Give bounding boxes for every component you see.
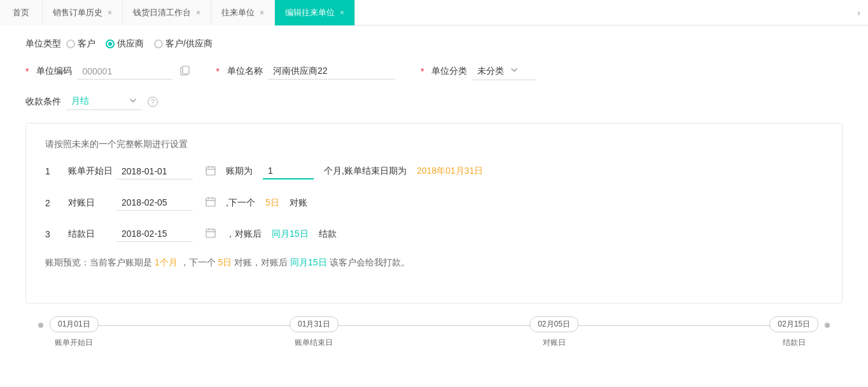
main-content: 单位类型 客户 供应商 客户/供应商 * 单位编码 xyxy=(0,25,868,387)
tab-expand-button[interactable]: › xyxy=(850,0,868,25)
node-label-2: 账单结束日 xyxy=(295,337,333,348)
copy-icon[interactable] xyxy=(180,66,190,78)
radio-both[interactable]: 客户/供应商 xyxy=(154,38,213,50)
calendar-icon-1[interactable] xyxy=(206,165,216,178)
chevron-right-icon: › xyxy=(857,8,860,18)
unit-type-radio-group: 客户 供应商 客户/供应商 xyxy=(66,38,213,50)
radio-customer[interactable]: 客户 xyxy=(66,38,95,50)
start-date-input[interactable] xyxy=(116,164,193,179)
radio-supplier-label: 供应商 xyxy=(117,38,144,50)
radio-both-label: 客户/供应商 xyxy=(165,38,213,50)
calendar-icon-2[interactable] xyxy=(206,197,216,209)
row-number-2: 2 xyxy=(45,198,58,208)
payment-date-input[interactable] xyxy=(116,226,193,242)
unit-code-group: * 单位编码 xyxy=(25,64,190,80)
timeline-node-2: 01月31日 账单结束日 xyxy=(290,316,339,348)
unit-info-row: * 单位编码 * 单位名称 * 单位分类 未分类 xyxy=(25,62,843,80)
reconcile-suffix-orange: 5日 xyxy=(265,197,279,209)
preview-orange2: 5日 xyxy=(218,257,232,267)
preview-prefix: 账期预览：当前客户账期是 xyxy=(45,257,152,267)
timeline-area: 01月01日 账单开始日 01月31日 账单结束日 02月05日 对账日 02月… xyxy=(25,316,843,348)
help-icon[interactable]: ? xyxy=(148,97,158,107)
tab-sales-order-history[interactable]: 销售订单历史 × xyxy=(43,0,123,25)
tab-close-icon[interactable]: × xyxy=(260,8,264,17)
payment-condition-group: 收款条件 月结 ? xyxy=(25,93,158,110)
setting-row-3: 3 结款日 ，对账后 同月15日 结款 xyxy=(45,226,823,242)
setting-box: 请按照未来的一个完整帐期进行设置 1 账单开始日 账期为 个月,账单结束日期为 … xyxy=(25,123,843,304)
tab-label: 往来单位 xyxy=(221,7,255,18)
row-label-2: 对账日 xyxy=(68,197,106,209)
setting-row-2: 2 对账日 ,下一个 5日 对账 xyxy=(45,195,823,211)
radio-circle-customer xyxy=(66,39,75,48)
unit-name-label: 单位名称 xyxy=(227,66,263,77)
period-input[interactable] xyxy=(263,163,314,179)
tab-close-icon[interactable]: × xyxy=(108,8,112,17)
period-label: 账期为 xyxy=(226,165,253,177)
unit-category-group: * 单位分类 未分类 xyxy=(421,62,536,80)
unit-type-group: 单位类型 客户 供应商 客户/供应商 xyxy=(25,38,213,50)
node-label-1: 账单开始日 xyxy=(55,337,93,348)
calendar-icon-3[interactable] xyxy=(206,228,216,240)
unit-name-group: * 单位名称 xyxy=(216,64,395,80)
unit-category-value: 未分类 xyxy=(477,66,504,77)
preview-middle2: 对账，对账后 xyxy=(234,257,288,267)
payment-condition-value: 月结 xyxy=(71,95,123,107)
row-label-1: 账单开始日 xyxy=(68,165,106,177)
timeline-node-4: 02月15日 结款日 xyxy=(769,316,818,348)
payment-suffix-teal: 同月15日 xyxy=(272,229,309,240)
unit-category-select[interactable]: 未分类 xyxy=(472,62,536,80)
reconcile-suffix-after: 对账 xyxy=(290,197,307,209)
node-bubble-3: 02月05日 xyxy=(529,316,578,332)
row-number-3: 3 xyxy=(45,229,58,239)
timeline-node-3: 02月05日 对账日 xyxy=(529,316,578,348)
tab-home-label: 首页 xyxy=(13,7,29,18)
unit-type-row: 单位类型 客户 供应商 客户/供应商 xyxy=(25,38,843,50)
payment-suffix-after: 结款 xyxy=(319,229,337,240)
preview-middle1: ，下一个 xyxy=(180,257,216,267)
preview-text: 账期预览：当前客户账期是 1个月 ，下一个 5日 对账，对账后 同月15日 该客… xyxy=(45,257,823,269)
period-unit: 个月,账单结束日期为 xyxy=(324,165,407,177)
tab-home[interactable]: 首页 xyxy=(0,0,43,25)
svg-rect-10 xyxy=(206,229,215,237)
tab-bar: 首页 销售订单历史 × 钱货日清工作台 × 往来单位 × 编辑往来单位 × › xyxy=(0,0,868,25)
timeline-start-dot xyxy=(38,323,43,328)
node-label-3: 对账日 xyxy=(543,337,566,348)
unit-code-label: 单位编码 xyxy=(36,66,72,77)
radio-circle-supplier xyxy=(106,39,115,48)
unit-name-input[interactable] xyxy=(268,64,395,80)
svg-rect-1 xyxy=(183,66,189,74)
tab-label: 钱货日清工作台 xyxy=(133,7,191,18)
tab-partner[interactable]: 往来单位 × xyxy=(211,0,275,25)
unit-code-input[interactable] xyxy=(77,64,172,80)
payment-condition-select[interactable]: 月结 xyxy=(66,93,143,110)
tab-label: 编辑往来单位 xyxy=(285,7,335,18)
svg-rect-2 xyxy=(206,167,215,175)
reconcile-suffix-before: ,下一个 xyxy=(226,197,255,209)
node-bubble-1: 01月01日 xyxy=(50,316,99,332)
tab-cash-work[interactable]: 钱货日清工作台 × xyxy=(123,0,211,25)
svg-rect-6 xyxy=(206,198,215,206)
tab-close-icon[interactable]: × xyxy=(340,8,344,17)
timeline-node-1: 01月01日 账单开始日 xyxy=(50,316,99,348)
payment-condition-label: 收款条件 xyxy=(25,96,61,108)
reconcile-date-input[interactable] xyxy=(116,195,193,211)
unit-type-label: 单位类型 xyxy=(25,38,61,50)
setting-title: 请按照未来的一个完整帐期进行设置 xyxy=(45,139,823,150)
node-label-4: 结款日 xyxy=(783,337,806,348)
period-end-highlight: 2018年01月31日 xyxy=(417,165,483,177)
required-star-category: * xyxy=(421,66,424,76)
preview-suffix: 该客户会给我打款。 xyxy=(330,257,410,267)
tab-label: 销售订单历史 xyxy=(53,7,102,18)
required-star-code: * xyxy=(25,66,29,76)
tab-edit-partner[interactable]: 编辑往来单位 × xyxy=(275,0,355,25)
unit-category-label: 单位分类 xyxy=(431,66,467,77)
radio-supplier[interactable]: 供应商 xyxy=(106,38,144,50)
node-bubble-2: 01月31日 xyxy=(290,316,339,332)
preview-teal1: 同月15日 xyxy=(290,257,327,267)
preview-orange1: 1个月 xyxy=(155,257,178,267)
chevron-down-icon-payment xyxy=(129,96,137,107)
tab-close-icon[interactable]: × xyxy=(196,8,200,17)
timeline-end-dot xyxy=(825,323,830,328)
setting-row-1: 1 账单开始日 账期为 个月,账单结束日期为 2018年01月31日 xyxy=(45,163,823,179)
payment-suffix-before: ，对账后 xyxy=(226,229,262,240)
